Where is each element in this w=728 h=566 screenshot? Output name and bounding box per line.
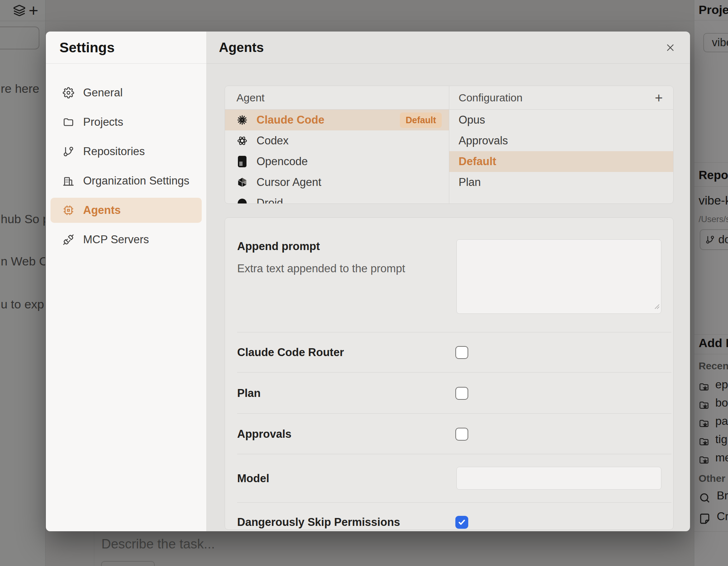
settings-title: Settings [46, 32, 206, 64]
sidebar-item-projects[interactable]: Projects [51, 110, 202, 135]
approvals-row: Approvals [225, 414, 673, 454]
configuration-column: Configuration + Opus Approvals Default P… [449, 86, 674, 203]
agent-name: Claude Code [257, 114, 324, 126]
plan-label: Plan [237, 387, 260, 400]
append-prompt-textarea[interactable] [456, 239, 661, 314]
agents-panel: Agents Agent Claude Code Default [207, 32, 690, 531]
plug-icon [62, 234, 75, 246]
agent-name: Codex [257, 134, 289, 147]
plan-checkbox[interactable] [455, 387, 468, 400]
git-branch-icon [62, 145, 75, 158]
check-icon [457, 518, 466, 527]
config-row-approvals[interactable]: Approvals [449, 130, 674, 151]
agent-config-table: Agent Claude Code Default Codex [225, 86, 674, 204]
agent-row-codex[interactable]: Codex [225, 130, 449, 151]
settings-modal: Settings General Projects [46, 32, 690, 531]
agent-name: Cursor Agent [257, 176, 321, 189]
sidebar-item-label: Projects [83, 116, 123, 129]
model-row: Model [225, 454, 673, 503]
agent-name: Opencode [257, 155, 308, 168]
approvals-checkbox[interactable] [455, 428, 468, 441]
sidebar-item-repositories[interactable]: Repositories [51, 139, 202, 164]
settings-sidebar: Settings General Projects [46, 32, 207, 531]
openai-icon [236, 135, 248, 147]
add-configuration-button[interactable]: + [655, 91, 663, 105]
claude-icon [236, 114, 248, 126]
agent-column-header: Agent [225, 86, 449, 110]
model-input[interactable] [456, 467, 661, 490]
config-name: Plan [459, 176, 481, 189]
close-button[interactable] [662, 40, 678, 56]
chip-icon [62, 204, 75, 216]
configuration-header-label: Configuration [459, 92, 522, 104]
sidebar-item-label: Organization Settings [83, 174, 189, 187]
sidebar-item-label: Repositories [83, 145, 145, 158]
app-screen: + re here hub So p n Web C u to exp Desc… [0, 0, 728, 566]
close-icon [664, 42, 676, 54]
config-row-default[interactable]: Default [449, 151, 674, 172]
dangerously-skip-permissions-label: Dangerously Skip Permissions [237, 516, 400, 529]
config-row-plan[interactable]: Plan [449, 172, 674, 193]
config-name: Opus [459, 114, 485, 126]
append-prompt-row: Append prompt Extra text appended to the… [225, 218, 673, 332]
plan-row: Plan [225, 373, 673, 414]
configuration-column-header: Configuration + [449, 86, 674, 110]
folder-icon [62, 116, 75, 128]
config-name: Default [459, 155, 496, 168]
agent-row-opencode[interactable]: Opencode [225, 151, 449, 172]
sidebar-item-agents[interactable]: Agents [51, 198, 202, 223]
sidebar-item-label: General [83, 86, 123, 99]
dangerously-skip-permissions-checkbox[interactable] [455, 516, 468, 529]
sidebar-item-mcp-servers[interactable]: MCP Servers [51, 227, 202, 252]
dangerously-skip-permissions-row: Dangerously Skip Permissions [225, 503, 673, 530]
claude-code-router-row: Claude Code Router [225, 332, 673, 373]
agent-row-droid[interactable]: Droid [225, 193, 449, 204]
droid-icon [236, 197, 248, 204]
agent-row-claude-code[interactable]: Claude Code Default [225, 110, 449, 130]
approvals-label: Approvals [237, 428, 292, 441]
claude-code-router-label: Claude Code Router [237, 346, 344, 359]
opencode-icon [236, 156, 248, 167]
agents-panel-header: Agents [207, 32, 690, 64]
gear-icon [62, 87, 75, 99]
sidebar-item-organization-settings[interactable]: Organization Settings [51, 168, 202, 193]
default-badge: Default [400, 112, 442, 128]
cursor-icon [236, 177, 248, 188]
sidebar-item-general[interactable]: General [51, 80, 202, 105]
sidebar-item-label: MCP Servers [83, 233, 149, 246]
config-name: Approvals [459, 134, 508, 147]
claude-code-router-checkbox[interactable] [455, 346, 468, 359]
model-label: Model [237, 472, 269, 485]
building-icon [62, 175, 75, 187]
agent-column: Agent Claude Code Default Codex [225, 86, 449, 203]
configuration-form: Append prompt Extra text appended to the… [225, 217, 674, 530]
agent-name: Droid [257, 197, 283, 204]
page-title: Agents [219, 40, 264, 55]
config-row-opus[interactable]: Opus [449, 110, 674, 130]
agent-row-cursor-agent[interactable]: Cursor Agent [225, 172, 449, 193]
settings-nav: General Projects Repositories [46, 64, 206, 252]
sidebar-item-label: Agents [83, 204, 121, 217]
